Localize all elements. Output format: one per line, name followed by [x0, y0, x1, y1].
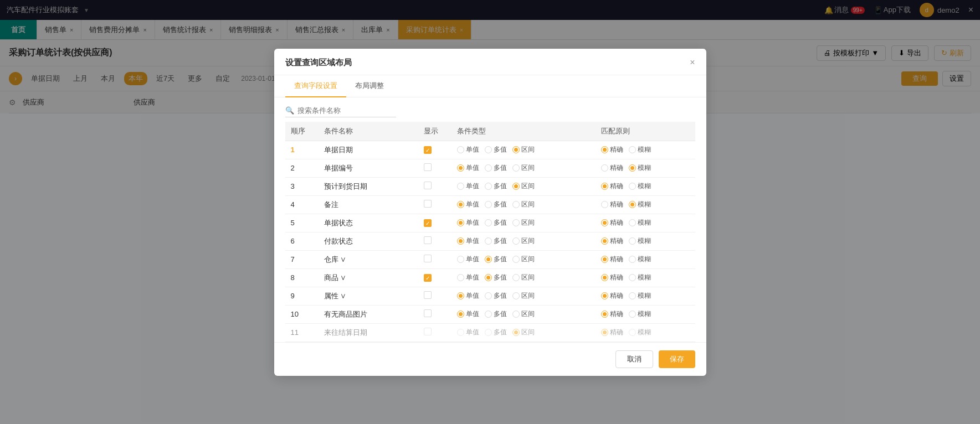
modal-header: 设置查询区域布局 ×: [274, 49, 706, 75]
modal-search-area: 🔍: [274, 97, 706, 114]
modal-close-button[interactable]: ×: [690, 58, 695, 67]
search-box: 🔍: [285, 104, 396, 114]
settings-modal: 设置查询区域布局 × 查询字段设置 布局调整 🔍 顺序: [274, 49, 706, 114]
modal-title: 设置查询区域布局: [285, 58, 352, 68]
modal-tab-query-fields[interactable]: 查询字段设置: [285, 75, 346, 97]
search-input[interactable]: [297, 106, 386, 114]
search-icon: 🔍: [285, 106, 294, 114]
modal-tab-layout[interactable]: 布局调整: [346, 75, 393, 97]
modal-tabs: 查询字段设置 布局调整: [274, 75, 706, 97]
modal-overlay: 设置查询区域布局 × 查询字段设置 布局调整 🔍 顺序: [0, 0, 980, 113]
